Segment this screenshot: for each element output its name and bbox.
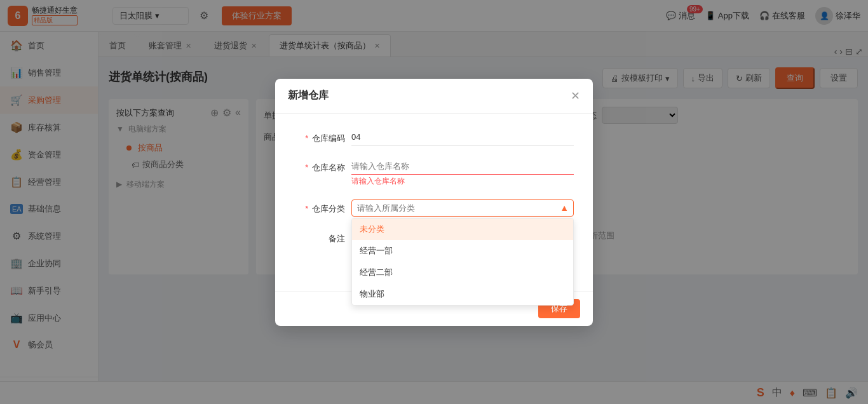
form-row-code: * 仓库编码 [294,129,574,145]
required-mark: * [305,163,308,172]
dropdown-item-uncategorized[interactable]: 未分类 [352,219,573,240]
category-select-wrapper: ▲ 未分类 经营一部 经营二部 物业部 [351,199,574,217]
dropdown-item-dept1[interactable]: 经营一部 [352,240,573,262]
category-input[interactable] [351,199,574,217]
note-label: 备注 [294,229,351,245]
code-field [351,129,574,145]
category-field: ▲ 未分类 经营一部 经营二部 物业部 [351,199,574,217]
code-input[interactable] [351,129,574,145]
dialog-close-icon[interactable]: ✕ [571,89,580,103]
form-row-name: * 仓库名称 请输入仓库名称 [294,158,574,187]
name-input[interactable] [351,158,574,175]
category-label: * 仓库分类 [294,199,351,215]
code-label: * 仓库编码 [294,129,351,144]
category-dropdown: 未分类 经营一部 经营二部 物业部 [351,218,574,306]
dialog-header: 新增仓库 ✕ [275,79,593,114]
name-label: * 仓库名称 [294,158,351,173]
dialog-body: * 仓库编码 * 仓库名称 请输入仓库名称 [275,114,593,291]
dropdown-item-property[interactable]: 物业部 [352,283,573,305]
name-error-message: 请输入仓库名称 [351,176,574,187]
dialog-overlay: 新增仓库 ✕ * 仓库编码 * 仓库名称 [0,0,868,404]
required-mark: * [305,133,308,143]
name-field: 请输入仓库名称 [351,158,574,187]
required-mark: * [305,204,308,213]
form-row-category: * 仓库分类 ▲ 未分类 经营一部 经营二部 物业部 [294,199,574,217]
dialog-new-warehouse: 新增仓库 ✕ * 仓库编码 * 仓库名称 [275,79,593,326]
dialog-title: 新增仓库 [288,89,329,102]
dropdown-item-dept2[interactable]: 经营二部 [352,262,573,283]
